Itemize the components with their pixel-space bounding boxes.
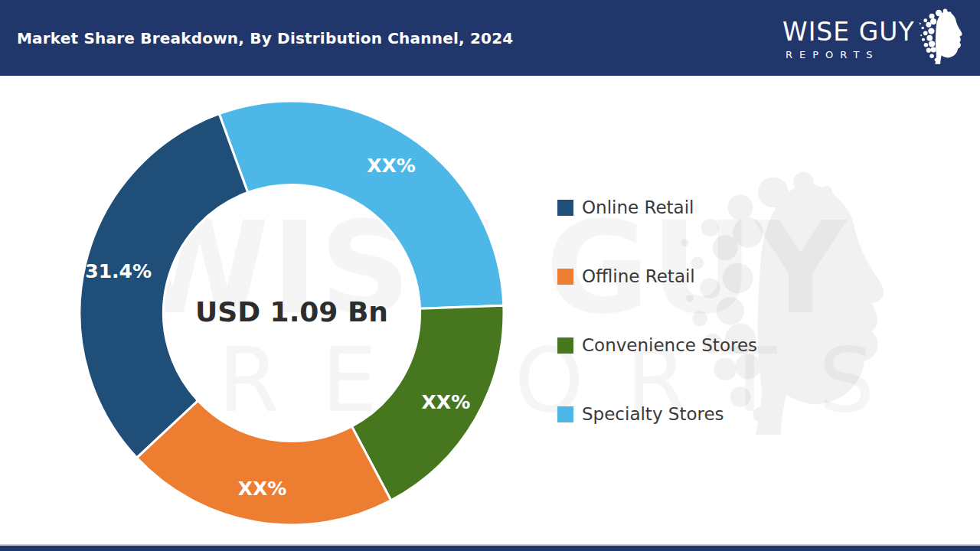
legend-swatch: [557, 200, 573, 216]
legend-label: Online Retail: [582, 197, 694, 218]
donut-segment-online-retail: [80, 114, 248, 458]
logo-face-icon: [916, 8, 969, 69]
legend-label: Convenience Stores: [582, 334, 757, 356]
page-title: Market Share Breakdown, By Distribution …: [0, 29, 513, 47]
slice-label-online-retail: 31.4%: [85, 260, 152, 282]
legend-swatch: [557, 269, 573, 285]
footer-bar: [0, 546, 980, 551]
page: Market Share Breakdown, By Distribution …: [0, 0, 980, 551]
legend-item: Offline Retail: [557, 266, 757, 287]
legend-item: Specialty Stores: [557, 403, 757, 425]
legend-label: Specialty Stores: [582, 403, 724, 425]
chart-legend: Online RetailOffline RetailConvenience S…: [557, 197, 757, 425]
slice-label-convenience-stores: XX%: [422, 391, 471, 413]
slice-label-specialty-stores: XX%: [367, 155, 416, 177]
legend-item: Convenience Stores: [557, 334, 757, 356]
legend-swatch: [557, 406, 573, 422]
legend-swatch: [557, 337, 573, 354]
donut-segment-specialty-stores: [219, 101, 504, 308]
slice-label-offline-retail: XX%: [238, 478, 287, 500]
legend-label: Offline Retail: [582, 266, 695, 287]
legend-item: Online Retail: [557, 197, 757, 218]
header-bar: Market Share Breakdown, By Distribution …: [0, 0, 980, 76]
logo-wordmark: WISE GUY: [782, 17, 915, 47]
wise-guy-logo: WISE GUY REPORTS: [778, 5, 969, 72]
chart-center-value: USD 1.09 Bn: [139, 296, 445, 328]
logo-subtitle: REPORTS: [786, 49, 880, 60]
